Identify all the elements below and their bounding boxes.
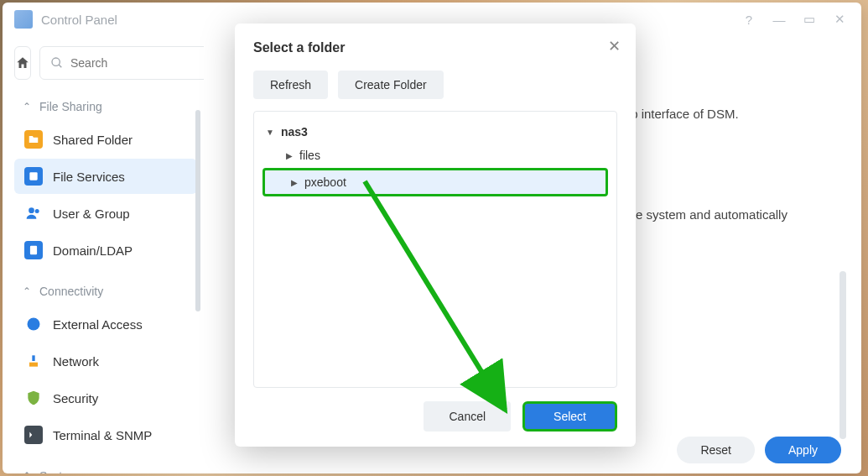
sidebar-item-shared-folder[interactable]: Shared Folder [14, 122, 197, 157]
section-file-sharing[interactable]: ⌃File Sharing [14, 93, 197, 120]
sidebar-item-domain-ldap[interactable]: Domain/LDAP [14, 233, 197, 268]
user-group-icon [25, 205, 42, 222]
content-scrollbar[interactable] [839, 271, 846, 439]
folder-tree[interactable]: ▼nas3 ▶files ▶pxeboot [253, 111, 617, 388]
search-input[interactable] [70, 56, 204, 70]
search-icon [50, 56, 64, 70]
tree-node-pxeboot[interactable]: ▶pxeboot [262, 168, 608, 196]
search-box[interactable] [39, 46, 204, 80]
modal-title: Select a folder [253, 40, 617, 55]
select-folder-modal: Select a folder ✕ Refresh Create Folder … [235, 24, 636, 447]
network-icon [25, 353, 42, 369]
terminal-icon [28, 429, 39, 441]
close-icon[interactable]: ✕ [829, 9, 850, 29]
svg-point-6 [28, 318, 40, 331]
minimize-icon[interactable]: — [769, 9, 789, 29]
tree-node-files[interactable]: ▶files [257, 144, 613, 167]
app-icon [14, 10, 33, 29]
svg-rect-7 [29, 363, 38, 367]
apply-button[interactable]: Apply [765, 437, 841, 463]
file-services-icon [28, 170, 39, 182]
home-icon [15, 55, 30, 71]
window-title: Control Panel [41, 13, 117, 27]
section-system[interactable]: ⌃System [14, 463, 197, 473]
svg-rect-2 [29, 172, 37, 180]
svg-line-1 [59, 65, 61, 67]
sidebar-item-user-group[interactable]: User & Group [14, 196, 197, 231]
folder-icon [28, 133, 39, 145]
svg-point-3 [29, 207, 34, 213]
ldap-icon [28, 244, 39, 256]
sidebar-item-external-access[interactable]: External Access [14, 306, 197, 342]
tree-node-root[interactable]: ▼nas3 [257, 120, 613, 144]
external-access-icon [25, 316, 42, 332]
section-connectivity[interactable]: ⌃Connectivity [14, 278, 197, 305]
sidebar-item-file-services[interactable]: File Services [14, 159, 197, 194]
maximize-icon[interactable]: ▭ [799, 9, 819, 29]
refresh-button[interactable]: Refresh [253, 71, 328, 99]
bottom-bar: Reset Apply [677, 437, 841, 463]
sidebar-item-terminal-snmp[interactable]: Terminal & SNMP [14, 417, 197, 452]
shield-icon [25, 390, 42, 406]
create-folder-button[interactable]: Create Folder [338, 71, 444, 99]
help-icon[interactable]: ? [739, 9, 759, 29]
svg-point-4 [35, 209, 39, 213]
chevron-right-icon: ▶ [291, 178, 298, 187]
cancel-button[interactable]: Cancel [424, 401, 511, 432]
modal-close-button[interactable]: ✕ [608, 37, 621, 55]
sidebar: ⌃File Sharing Shared Folder File Service… [3, 36, 204, 473]
chevron-right-icon: ▶ [286, 151, 293, 160]
svg-rect-5 [30, 246, 37, 255]
sidebar-item-security[interactable]: Security [14, 380, 197, 416]
reset-button[interactable]: Reset [677, 437, 755, 463]
home-button[interactable] [14, 46, 31, 80]
select-button[interactable]: Select [522, 401, 617, 432]
chevron-down-icon: ▼ [266, 128, 274, 137]
sidebar-scrollbar[interactable] [195, 110, 200, 311]
sidebar-item-network[interactable]: Network [14, 343, 197, 379]
svg-point-0 [52, 58, 60, 65]
svg-rect-8 [32, 355, 34, 361]
